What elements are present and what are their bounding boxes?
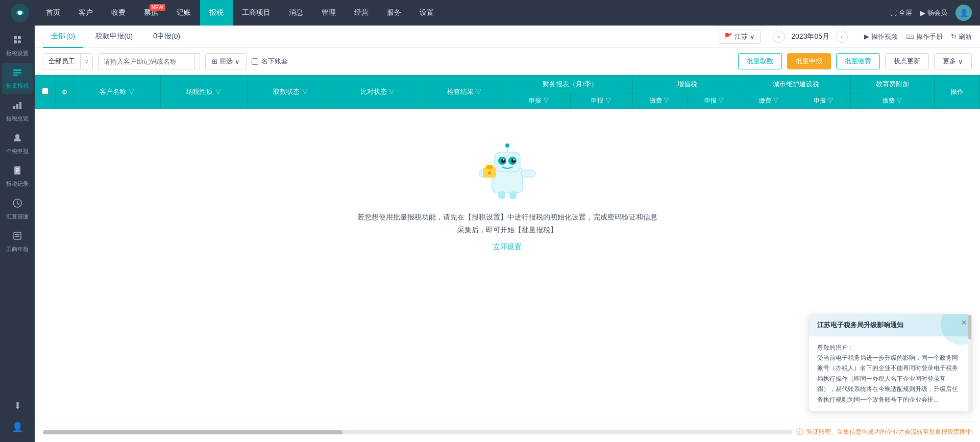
refresh-btn[interactable]: ↻ 刷新 bbox=[951, 32, 972, 41]
download-icon: ⬇ bbox=[14, 400, 21, 411]
employee-dropdown-icon[interactable]: ∨ bbox=[80, 54, 92, 69]
nav-fee[interactable]: 收费 bbox=[102, 0, 135, 26]
th-vat-pay: 缴费 ▽ bbox=[632, 93, 687, 109]
th-checkbox bbox=[35, 76, 56, 109]
svg-point-27 bbox=[503, 159, 505, 161]
province-selector: 🚩 江苏 ∨ ‹ 2023年05月 › bbox=[719, 30, 848, 44]
sub-account-checkbox[interactable] bbox=[252, 58, 258, 65]
prev-month-btn[interactable]: ‹ bbox=[773, 31, 785, 43]
th-customer-name: 客户名称 ▽ bbox=[74, 76, 161, 109]
th-city-pay: 缴费 ▽ bbox=[742, 93, 796, 109]
horizontal-scrollbar[interactable] bbox=[43, 430, 792, 434]
sidebar-user[interactable]: 👤 bbox=[2, 418, 33, 437]
sidebar-item-bulk-tax[interactable]: 批量报税 bbox=[2, 63, 33, 94]
svg-point-35 bbox=[488, 171, 491, 175]
svg-rect-11 bbox=[19, 102, 21, 109]
nav-operation[interactable]: 经营 bbox=[345, 0, 378, 26]
filter-btn[interactable]: ⊞ 筛选 ∨ bbox=[205, 53, 247, 69]
top-nav: 首页 客户 收费 票据 NEW 记账 报税 工商项目 消息 管理 经营 服务 设… bbox=[0, 0, 980, 26]
sidebar-item-tax-records[interactable]: 报税记录 bbox=[2, 161, 33, 192]
sidebar: 报税设置 批量报税 报税总览 个税申报 报税记录 bbox=[0, 26, 35, 442]
sub-tabs-bar: 全部(0) 税款申报(0) 0申报(0) 🚩 江苏 ∨ ‹ 2023年05月 › bbox=[35, 26, 980, 48]
nav-home[interactable]: 首页 bbox=[37, 0, 69, 26]
employee-select[interactable]: 全部员工 ∨ bbox=[43, 53, 93, 69]
search-icon: 🔍 bbox=[199, 57, 200, 66]
personal-tax-icon bbox=[12, 133, 22, 145]
sidebar-item-settlement[interactable]: 汇算清缴 bbox=[2, 194, 33, 225]
notification-panel: 江苏电子税务局升级影响通知 ✕ 尊敬的用户： 受当前电子税务局进一步升级的影响，… bbox=[808, 314, 972, 411]
tab-tax-declare[interactable]: 税款申报(0) bbox=[87, 26, 141, 48]
sub-account-checkbox-label[interactable]: 名下账套 bbox=[252, 57, 288, 66]
bottom-warning: ⓘ 验证账密、采集信息均成功的企业才会流转至批量报税页面中 bbox=[796, 428, 972, 437]
svg-rect-10 bbox=[16, 104, 18, 109]
svg-rect-2 bbox=[14, 36, 17, 39]
avatar-icon: 👤 bbox=[960, 9, 968, 17]
bottom-bar: ⓘ 验证账密、采集信息均成功的企业才会流转至批量报税页面中 bbox=[35, 422, 980, 442]
tax-settings-icon bbox=[12, 35, 22, 47]
notification-header: 江苏电子税务局升级影响通知 ✕ bbox=[809, 314, 971, 336]
svg-rect-34 bbox=[486, 165, 493, 169]
search-button[interactable]: 🔍 bbox=[194, 54, 200, 69]
toolbar: 全部员工 ∨ 🔍 ⊞ 筛选 ∨ 名下账套 批量取数 bbox=[35, 48, 980, 75]
employee-select-label: 全部员工 bbox=[43, 54, 80, 69]
user-icon: 👤 bbox=[12, 422, 23, 433]
tax-overview-icon bbox=[12, 100, 22, 113]
province-btn[interactable]: 🚩 江苏 ∨ bbox=[719, 30, 761, 44]
select-all-checkbox[interactable] bbox=[42, 88, 48, 94]
nav-customer[interactable]: 客户 bbox=[69, 0, 102, 26]
member-btn[interactable]: ▶ 畅会员 bbox=[920, 8, 947, 17]
empty-state: 若您想使用批量报税功能，请先在【报税设置】中进行报税的初始化设置，完成密码验证和… bbox=[35, 109, 980, 282]
sidebar-item-personal-tax[interactable]: 个税申报 bbox=[2, 129, 33, 159]
app-logo bbox=[8, 1, 32, 24]
nav-business[interactable]: 工商项目 bbox=[233, 0, 280, 26]
tab-all[interactable]: 全部(0) bbox=[43, 26, 83, 48]
right-actions: ▶ 操作视频 📖 操作手册 ↻ 刷新 bbox=[864, 32, 972, 41]
province-flag-icon: 🚩 bbox=[724, 33, 732, 40]
refresh-icon: ↻ bbox=[951, 33, 957, 40]
fullscreen-icon: ⛶ bbox=[890, 9, 897, 17]
operation-manual-btn[interactable]: 📖 操作手册 bbox=[906, 32, 943, 41]
th-fetch-status: 取数状态 ▽ bbox=[248, 76, 334, 109]
tab-zero-declare[interactable]: 0申报(0) bbox=[145, 26, 188, 48]
toolbar-right: 批量取数 批量申报 批量缴费 状态更新 更多 ∨ bbox=[738, 53, 972, 69]
nav-settings[interactable]: 设置 bbox=[410, 0, 443, 26]
fullscreen-btn[interactable]: ⛶ 全屏 bbox=[890, 8, 912, 17]
operation-video-btn[interactable]: ▶ 操作视频 bbox=[864, 32, 898, 41]
setup-link[interactable]: 立即设置 bbox=[493, 242, 522, 252]
sidebar-download[interactable]: ⬇ bbox=[2, 396, 33, 415]
th-tax-nature: 纳税性质 ▽ bbox=[161, 76, 248, 109]
next-month-btn[interactable]: › bbox=[836, 31, 848, 43]
bulk-declare-btn[interactable]: 批量申报 bbox=[787, 53, 831, 69]
bulk-fetch-btn[interactable]: 批量取数 bbox=[738, 53, 782, 69]
nav-tax[interactable]: 报税 bbox=[200, 0, 233, 26]
bulk-pay-btn[interactable]: 批量缴费 bbox=[836, 53, 880, 69]
nav-accounting[interactable]: 记账 bbox=[167, 0, 200, 26]
search-input[interactable] bbox=[99, 58, 194, 65]
th-vat: 增值税 bbox=[632, 76, 742, 93]
svg-rect-4 bbox=[14, 40, 17, 43]
search-box: 🔍 bbox=[98, 53, 200, 69]
sidebar-item-annual-report[interactable]: 工商年报 bbox=[2, 227, 33, 257]
user-avatar[interactable]: 👤 bbox=[955, 5, 972, 21]
th-financial-report: 财务报表（月/季） bbox=[508, 76, 632, 93]
more-btn[interactable]: 更多 ∨ bbox=[934, 53, 972, 69]
sidebar-item-tax-overview[interactable]: 报税总览 bbox=[2, 96, 33, 127]
th-gear[interactable]: ⚙ bbox=[56, 76, 74, 109]
svg-rect-20 bbox=[15, 236, 19, 237]
annual-report-icon bbox=[12, 231, 22, 243]
nav-service[interactable]: 服务 bbox=[378, 0, 410, 26]
notification-body: 尊敬的用户： 受当前电子税务局进一步升级的影响，同一个政务网账号（办税人）名下的… bbox=[809, 336, 971, 411]
notification-close-btn[interactable]: ✕ bbox=[961, 318, 967, 327]
more-dropdown-icon: ∨ bbox=[958, 58, 963, 65]
robot-illustration bbox=[477, 139, 538, 201]
sidebar-item-tax-settings[interactable]: 报税设置 bbox=[2, 31, 33, 61]
sidebar-bottom: ⬇ 👤 bbox=[2, 396, 33, 442]
data-table: ⚙ 客户名称 ▽ 纳税性质 ▽ 取数状态 ▽ 比对状态 ▽ 检查结果 ▽ 财务报… bbox=[35, 75, 980, 109]
bulk-tax-icon bbox=[12, 67, 22, 80]
sidebar-label-personal-tax: 个税申报 bbox=[6, 148, 29, 155]
nav-message[interactable]: 消息 bbox=[280, 0, 312, 26]
svg-point-28 bbox=[513, 159, 515, 161]
status-update-btn[interactable]: 状态更新 bbox=[885, 53, 929, 69]
nav-invoice[interactable]: 票据 NEW bbox=[135, 0, 167, 26]
nav-manage[interactable]: 管理 bbox=[312, 0, 345, 26]
